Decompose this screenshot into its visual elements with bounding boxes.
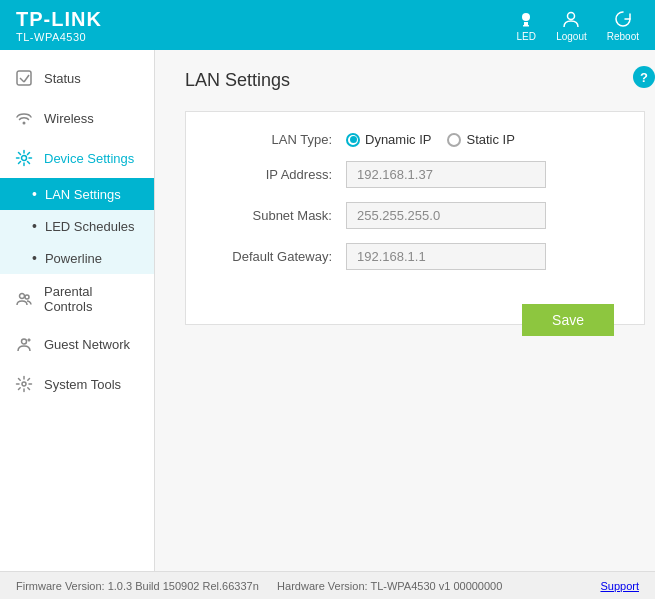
header-icons: LED Logout Reboot [516,9,639,42]
dynamic-ip-label: Dynamic IP [365,132,431,147]
svg-point-10 [25,295,29,299]
ip-address-input[interactable] [346,161,546,188]
save-button[interactable]: Save [522,304,614,336]
svg-line-6 [24,75,29,82]
sidebar-item-status[interactable]: Status [0,58,154,98]
lan-type-label: LAN Type: [216,132,346,147]
sidebar-item-device-settings[interactable]: Device Settings [0,138,154,178]
svg-point-8 [22,156,27,161]
svg-point-3 [568,12,575,19]
main-layout: Status Wireless Device Settings [0,50,655,599]
status-icon [14,68,34,88]
svg-point-9 [20,294,25,299]
svg-rect-1 [524,22,528,25]
sidebar-sub-lan-label: LAN Settings [45,187,121,202]
sidebar-item-wireless[interactable]: Wireless [0,98,154,138]
logout-icon [561,9,581,29]
hardware-version: Hardware Version: TL-WPA4530 v1 00000000 [277,580,502,592]
default-gateway-row: Default Gateway: [216,243,614,270]
sidebar-sub-led-schedules[interactable]: LED Schedules [0,210,154,242]
sidebar-item-guest-network[interactable]: Guest Network [0,324,154,364]
subnet-mask-row: Subnet Mask: [216,202,614,229]
ip-address-row: IP Address: [216,161,614,188]
sidebar-sub-powerline[interactable]: Powerline [0,242,154,274]
logout-button[interactable]: Logout [556,9,587,42]
svg-rect-2 [523,25,529,27]
sidebar: Status Wireless Device Settings [0,50,155,599]
device-settings-icon [14,148,34,168]
footer-right: Support [600,580,639,592]
static-ip-radio[interactable] [447,133,461,147]
sidebar-sub-led-label: LED Schedules [45,219,135,234]
static-ip-option[interactable]: Static IP [447,132,514,147]
led-icon [516,9,536,29]
logout-label: Logout [556,31,587,42]
static-ip-label: Static IP [466,132,514,147]
reboot-icon [613,9,633,29]
reboot-button[interactable]: Reboot [607,9,639,42]
help-label: ? [640,70,648,85]
save-button-row: Save [216,284,614,294]
support-link[interactable]: Support [600,580,639,592]
sidebar-sub-powerline-label: Powerline [45,251,102,266]
sidebar-sub-menu: LAN Settings LED Schedules Powerline [0,178,154,274]
subnet-mask-input[interactable] [346,202,546,229]
default-gateway-field-wrapper [346,243,614,270]
lan-settings-form: LAN Type: Dynamic IP Static IP IP Addres… [185,111,645,325]
header: TP-LINK TL-WPA4530 LED Logout [0,0,655,50]
svg-point-7 [23,122,26,125]
svg-point-12 [22,382,26,386]
lan-type-options: Dynamic IP Static IP [346,132,614,147]
footer-left: Firmware Version: 1.0.3 Build 150902 Rel… [16,580,502,592]
sidebar-wireless-label: Wireless [44,111,94,126]
model-name: TL-WPA4530 [16,31,102,43]
svg-point-0 [522,13,530,21]
logo: TP-LINK TL-WPA4530 [16,7,102,43]
svg-point-11 [22,339,27,344]
sidebar-item-system-tools[interactable]: System Tools [0,364,154,404]
brand-name: TP-LINK [16,7,102,31]
ip-address-label: IP Address: [216,167,346,182]
default-gateway-input[interactable] [346,243,546,270]
sidebar-sub-lan-settings[interactable]: LAN Settings [0,178,154,210]
led-label: LED [516,31,535,42]
sidebar-system-tools-label: System Tools [44,377,121,392]
system-tools-icon [14,374,34,394]
footer: Firmware Version: 1.0.3 Build 150902 Rel… [0,571,655,599]
parental-controls-icon [14,289,34,309]
subnet-mask-field-wrapper [346,202,614,229]
guest-network-icon [14,334,34,354]
dynamic-ip-option[interactable]: Dynamic IP [346,132,431,147]
wireless-icon [14,108,34,128]
reboot-label: Reboot [607,31,639,42]
sidebar-item-parental-controls[interactable]: Parental Controls [0,274,154,324]
sidebar-status-label: Status [44,71,81,86]
firmware-version: Firmware Version: 1.0.3 Build 150902 Rel… [16,580,259,592]
sidebar-parental-label: Parental Controls [44,284,140,314]
page-title: LAN Settings [185,70,645,91]
sidebar-guest-label: Guest Network [44,337,130,352]
lan-type-row: LAN Type: Dynamic IP Static IP [216,132,614,147]
svg-rect-4 [17,71,31,85]
ip-address-field-wrapper [346,161,614,188]
subnet-mask-label: Subnet Mask: [216,208,346,223]
svg-line-5 [20,78,24,82]
sidebar-device-settings-label: Device Settings [44,151,134,166]
dynamic-ip-radio[interactable] [346,133,360,147]
default-gateway-label: Default Gateway: [216,249,346,264]
led-button[interactable]: LED [516,9,536,42]
help-icon[interactable]: ? [633,66,655,88]
main-content: ? LAN Settings LAN Type: Dynamic IP Stat… [155,50,655,599]
